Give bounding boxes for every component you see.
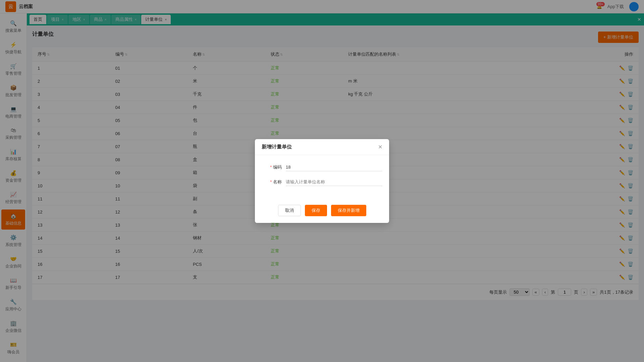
name-form-row: 名称 <box>262 178 382 186</box>
add-unit-modal: 新增计量单位 ✕ 编码 名称 取消 保存 保存并新增 <box>255 139 389 223</box>
modal-footer: 取消 保存 保存并新增 <box>255 201 389 223</box>
code-input[interactable] <box>286 163 382 171</box>
modal-title: 新增计量单位 <box>262 144 292 150</box>
cancel-button[interactable]: 取消 <box>278 205 301 216</box>
name-input[interactable] <box>286 178 382 186</box>
modal-body: 编码 名称 <box>255 155 389 201</box>
name-label: 名称 <box>262 179 282 185</box>
modal-close-button[interactable]: ✕ <box>378 144 382 150</box>
modal-header: 新增计量单位 ✕ <box>255 139 389 155</box>
code-label: 编码 <box>262 164 282 170</box>
save-button[interactable]: 保存 <box>305 205 327 216</box>
code-form-row: 编码 <box>262 163 382 171</box>
modal-overlay[interactable]: 新增计量单位 ✕ 编码 名称 取消 保存 保存并新增 <box>0 0 644 362</box>
save-and-new-button[interactable]: 保存并新增 <box>331 205 366 216</box>
